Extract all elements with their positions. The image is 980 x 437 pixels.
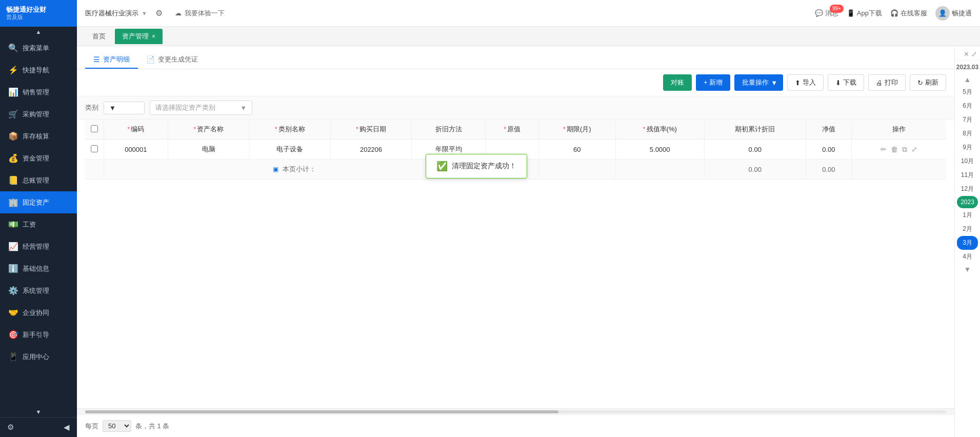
online-service-btn[interactable]: 🎧 在线客服 <box>890 9 927 18</box>
category-select[interactable]: ▼ <box>104 102 145 114</box>
settings-icon[interactable]: ⚙ <box>7 423 14 432</box>
refresh-label: 刷新 <box>925 78 938 87</box>
sidebar-item-search[interactable]: 🔍 搜索菜单 <box>0 37 77 59</box>
print-icon: 🖨 <box>876 79 883 87</box>
gear-icon[interactable]: ⚙ <box>155 8 163 18</box>
app-download-btn[interactable]: 📱 App下载 <box>847 9 882 18</box>
tab-asset-mgmt[interactable]: 资产管理 × <box>115 29 163 44</box>
per-page-label: 每页 <box>85 422 98 431</box>
sidebar-item-guide[interactable]: 🎯 新手引导 <box>0 324 77 346</box>
table-header-row: *编码 *资产名称 *类别名称 *购买日期 折旧方法 *原值 *期限(月) *残… <box>85 120 946 140</box>
subtab-change-voucher[interactable]: 📄 变更生成凭证 <box>138 51 206 69</box>
fixed-assets-icon: 🏢 <box>8 197 17 207</box>
cell-net-value: 0.00 <box>806 140 852 160</box>
right-month-7[interactable]: 7月 <box>955 113 980 127</box>
right-month-10[interactable]: 10月 <box>955 154 980 168</box>
sidebar-item-label: 销售管理 <box>23 88 49 97</box>
sidebar-item-system[interactable]: ⚙️ 系统管理 <box>0 280 77 302</box>
tab-close-icon[interactable]: × <box>152 33 155 40</box>
right-scroll-up[interactable]: ▲ <box>963 74 973 85</box>
sidebar-item-fixed-assets[interactable]: 🏢 固定资产 <box>0 191 77 213</box>
select-arrow-icon: ▼ <box>109 104 116 112</box>
tab-home[interactable]: 首页 <box>85 29 113 44</box>
finance-icon: 💰 <box>8 153 17 163</box>
download-icon: ⬇ <box>835 79 841 87</box>
success-check-icon: ✅ <box>436 161 448 172</box>
page-size-select[interactable]: 50 100 200 <box>103 420 131 432</box>
user-profile[interactable]: 👤 畅捷通 <box>935 6 972 21</box>
right-month-1[interactable]: 1月 <box>955 208 980 222</box>
tab-asset-mgmt-label: 资产管理 <box>122 32 149 41</box>
experience-label: 我要体验一下 <box>185 9 225 18</box>
import-label: 导入 <box>803 78 816 87</box>
delete-icon[interactable]: 🗑 <box>891 145 898 153</box>
sidebar-item-operations[interactable]: 📈 经营管理 <box>0 235 77 257</box>
sidebar-item-label: 搜索菜单 <box>23 44 49 53</box>
sidebar-scroll-down[interactable]: ▼ <box>0 407 77 417</box>
subtab-asset-detail[interactable]: ☰ 资产明细 <box>85 51 138 69</box>
reconcile-button[interactable]: 对账 <box>663 74 692 91</box>
download-button[interactable]: ⬇ 下载 <box>828 74 864 91</box>
sidebar-item-apps[interactable]: 📱 应用中心 <box>0 346 77 368</box>
right-month-4[interactable]: 4月 <box>955 250 980 264</box>
topbar: 医疗器械行业演示 ▼ ⚙ ☁ 我要体验一下 💬 消息 99+ 📱 App下载 🎧… <box>77 0 980 27</box>
sidebar-item-collab[interactable]: 🤝 企业协同 <box>0 302 77 324</box>
sidebar-item-quicknav[interactable]: ⚡ 快捷导航 <box>0 59 77 81</box>
guide-icon: 🎯 <box>8 330 17 340</box>
tabbar: 首页 资产管理 × <box>77 27 980 46</box>
right-month-8[interactable]: 8月 <box>955 127 980 141</box>
select-all-checkbox[interactable] <box>91 125 98 132</box>
cell-period: 60 <box>539 140 615 160</box>
sidebar-item-ledger[interactable]: 📒 总账管理 <box>0 169 77 191</box>
company-arrow-icon: ▼ <box>142 10 147 16</box>
company-selector[interactable]: 医疗器械行业演示 ▼ <box>85 9 147 18</box>
right-month-2[interactable]: 2月 <box>955 222 980 236</box>
bottom-scrollbar[interactable] <box>77 408 954 414</box>
col-purchase-date: *购买日期 <box>330 120 411 140</box>
inventory-icon: 📦 <box>8 131 17 141</box>
category-placeholder: 请选择固定资产类别 <box>155 103 215 112</box>
category-input[interactable]: 请选择固定资产类别 ▼ <box>150 101 252 115</box>
message-btn[interactable]: 💬 消息 99+ <box>815 9 838 18</box>
sidebar-item-inventory[interactable]: 📦 库存核算 <box>0 125 77 147</box>
cell-opening-depr: 0.00 <box>704 140 806 160</box>
sidebar-item-purchase[interactable]: 🛒 采购管理 <box>0 103 77 125</box>
batch-ops-button[interactable]: 批量操作 ▼ <box>734 74 783 91</box>
right-month-5[interactable]: 5月 <box>955 85 980 99</box>
new-button[interactable]: + 新增 <box>696 74 730 91</box>
right-month-12[interactable]: 12月 <box>955 182 980 196</box>
close-panel-icon[interactable]: ✕ <box>964 50 969 58</box>
row-checkbox[interactable] <box>91 145 98 152</box>
main-toolbar: 对账 + 新增 批量操作 ▼ ⬆ 导入 ⬇ 下载 🖨 <box>77 69 954 96</box>
right-month-6[interactable]: 6月 <box>955 99 980 113</box>
copy-icon[interactable]: ⧉ <box>902 145 907 154</box>
sidebar-item-finance[interactable]: 💰 资金管理 <box>0 147 77 169</box>
sidebar-item-basic-info[interactable]: ℹ️ 基础信息 <box>0 257 77 280</box>
refresh-button[interactable]: ↻ 刷新 <box>910 74 946 91</box>
col-residual-rate: *残值率(%) <box>615 120 704 140</box>
subtotal-empty-rate <box>615 160 704 180</box>
right-month-3-current[interactable]: 3月 <box>957 236 978 250</box>
print-button[interactable]: 🖨 打印 <box>868 74 906 91</box>
experience-btn[interactable]: ☁ 我要体验一下 <box>175 9 225 18</box>
sidebar-item-sales[interactable]: 📊 销售管理 <box>0 81 77 103</box>
more-icon[interactable]: ⤢ <box>911 145 917 153</box>
voucher-icon: 📄 <box>146 55 155 64</box>
right-scroll-down[interactable]: ▼ <box>963 264 973 275</box>
download-label: 下载 <box>843 78 856 87</box>
right-month-11[interactable]: 11月 <box>955 168 980 182</box>
subtotal-net: 0.00 <box>806 160 852 180</box>
expand-panel-icon[interactable]: ⤢ <box>971 50 977 58</box>
search-icon: 🔍 <box>8 43 17 53</box>
purchase-icon: 🛒 <box>8 109 17 119</box>
col-net-value: 净值 <box>806 120 852 140</box>
edit-icon[interactable]: ✏ <box>881 145 887 153</box>
import-button[interactable]: ⬆ 导入 <box>787 74 824 91</box>
sidebar-scroll-up[interactable]: ▲ <box>0 27 77 37</box>
sidebar-item-salary[interactable]: 💵 工资 <box>0 213 77 235</box>
collapse-icon[interactable]: ◀ <box>64 423 70 432</box>
message-badge: 99+ <box>830 5 844 13</box>
col-code: *编码 <box>104 120 168 140</box>
cell-name: 电脑 <box>168 140 249 160</box>
right-month-9[interactable]: 9月 <box>955 141 980 154</box>
